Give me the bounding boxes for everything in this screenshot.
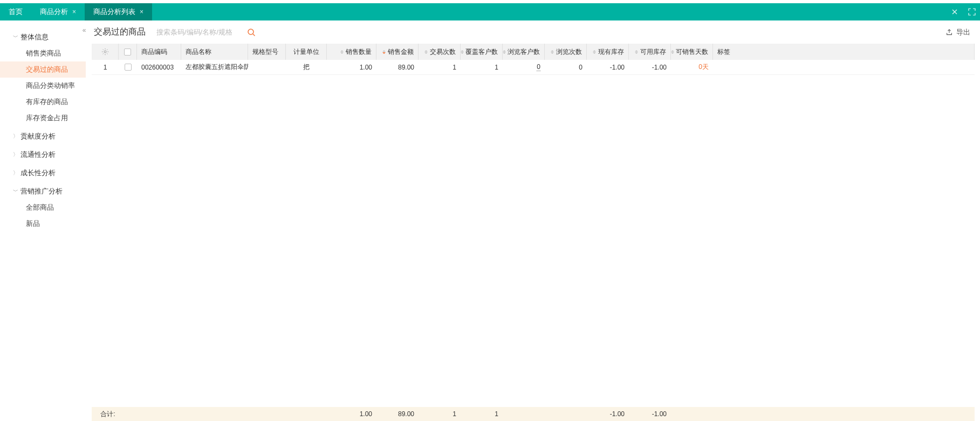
tab-label: 首页 [9,7,23,17]
cell-days: 0天 [671,60,713,74]
footer-qty: 1.00 [327,407,376,421]
table-row[interactable]: 1 002600003 左都胶囊五折遮阳伞防晒伞; 把 1.00 89.00 1… [92,60,975,75]
col-days[interactable]: 可销售天数 [671,44,713,60]
chevron-down-icon: ﹀ [13,188,18,195]
col-bcnt[interactable]: 浏览次数 [545,44,587,60]
sidebar-group-label: 成长性分析 [20,168,56,178]
col-tag[interactable]: 标签 [713,44,975,60]
col-spec[interactable]: 规格型号 [248,44,286,60]
footer-amt: 89.00 [376,407,419,421]
footer-astock: -1.00 [629,407,671,421]
col-cust[interactable]: 覆盖客户数 [461,44,503,60]
cell-spec [248,60,286,74]
header-checkbox[interactable] [124,49,131,56]
cell-bcust[interactable]: 0 [503,60,545,74]
cell-tag [713,60,975,74]
export-icon [945,29,953,36]
footer-cust: 1 [461,407,503,421]
cell-tx: 1 [419,60,461,74]
tab-label: 商品分析 [40,7,68,17]
sort-icon [550,48,554,56]
sidebar-group-growth[interactable]: 〉成长性分析 [0,165,86,181]
svg-point-1 [104,51,106,53]
sidebar-item-new-products[interactable]: 新品 [0,216,86,232]
search-input[interactable] [155,26,247,38]
sidebar-item-category-turnover[interactable]: 商品分类动销率 [0,78,86,94]
chevron-right-icon: 〉 [13,151,18,158]
col-stock[interactable]: 现有库存 [587,44,629,60]
col-name[interactable]: 商品名称 [181,44,248,60]
col-tx[interactable]: 交易次数 [419,44,461,60]
tab-product-analysis[interactable]: 商品分析× [31,3,85,20]
sidebar-group-liquidity[interactable]: 〉流通性分析 [0,147,86,163]
footer-bcnt [545,407,587,421]
cell-qty: 1.00 [327,60,376,74]
row-checkbox[interactable] [125,64,132,71]
sidebar-group-label: 营销推广分析 [20,187,63,196]
tab-label: 商品分析列表 [93,7,135,17]
footer-tx: 1 [419,407,461,421]
sidebar-group-label: 贡献度分析 [20,132,56,141]
chevron-right-icon: 〉 [13,169,18,177]
search-icon[interactable] [247,28,256,37]
cell-cust: 1 [461,60,503,74]
col-amt[interactable]: 销售金额 [376,44,419,60]
tab-product-analysis-list[interactable]: 商品分析列表× [85,3,152,20]
table-header: 商品编码 商品名称 规格型号 计量单位 销售数量 销售金额 交易次数 覆盖客户数… [92,44,975,60]
cell-amt: 89.00 [376,60,419,74]
expand-icon[interactable] [968,8,976,16]
sort-icon [424,48,428,56]
sidebar-item-sales-products[interactable]: 销售类商品 [0,45,86,61]
col-code[interactable]: 商品编码 [137,44,181,60]
row-index: 1 [92,60,119,74]
table-footer: 合计: 1.00 89.00 1 1 -1.00 -1.00 [92,407,975,421]
close-all-icon[interactable] [951,8,958,16]
sidebar-group-marketing[interactable]: ﹀营销推广分析 [0,183,86,199]
col-bcust[interactable]: 浏览客户数 [503,44,545,60]
cell-name: 左都胶囊五折遮阳伞防晒伞; [181,60,248,74]
footer-label: 合计: [92,407,119,421]
svg-point-0 [248,29,253,34]
close-icon[interactable]: × [140,8,143,16]
sort-icon [340,48,344,56]
gear-icon[interactable] [101,48,109,56]
tabbar: 首页 商品分析× 商品分析列表× [0,3,980,20]
cell-astock: -1.00 [629,60,671,74]
sidebar-group-contribution[interactable]: 〉贡献度分析 [0,128,86,144]
sort-icon [671,48,674,56]
cell-code: 002600003 [137,60,181,74]
sidebar-item-stock-capital[interactable]: 库存资金占用 [0,110,86,126]
sidebar-item-all-products[interactable]: 全部商品 [0,199,86,216]
cell-unit: 把 [286,60,327,74]
col-astock[interactable]: 可用库存 [629,44,671,60]
footer-bcust [503,407,545,421]
chevron-down-icon: ﹀ [13,33,18,41]
col-qty[interactable]: 销售数量 [327,44,376,60]
cell-bcnt: 0 [545,60,587,74]
export-label: 导出 [956,27,970,37]
tab-home[interactable]: 首页 [0,3,31,20]
chevron-right-icon: 〉 [13,133,18,140]
sort-icon [461,48,464,56]
sort-icon [592,48,597,56]
sort-icon [503,48,506,56]
sidebar-item-traded-products[interactable]: 交易过的商品 [0,61,86,78]
export-button[interactable]: 导出 [945,27,970,37]
sort-desc-icon [382,48,386,56]
sidebar-item-instock-products[interactable]: 有库存的商品 [0,94,86,110]
sidebar: ﹀整体信息 销售类商品 交易过的商品 商品分类动销率 有库存的商品 库存资金占用… [0,20,86,421]
sidebar-group-overall[interactable]: ﹀整体信息 [0,29,86,45]
footer-stock: -1.00 [587,407,629,421]
sidebar-group-label: 整体信息 [20,32,49,42]
page-title: 交易过的商品 [94,26,146,38]
sidebar-group-label: 流通性分析 [20,150,56,160]
sort-icon [634,48,639,56]
col-unit[interactable]: 计量单位 [286,44,327,60]
cell-stock: -1.00 [587,60,629,74]
close-icon[interactable]: × [72,8,76,16]
